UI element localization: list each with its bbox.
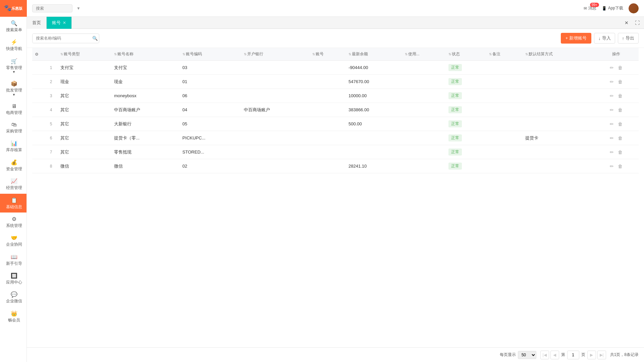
- first-page-button[interactable]: |◀: [540, 351, 549, 359]
- delete-button[interactable]: 🗑: [616, 78, 624, 85]
- edit-button[interactable]: ✏: [608, 163, 615, 170]
- sidebar-item-wholesale-mgmt[interactable]: 📦 批发管理 ▼: [0, 77, 26, 100]
- sidebar-item-basic-info[interactable]: 📋 基础信息: [0, 194, 26, 213]
- edit-button[interactable]: ✏: [608, 64, 615, 71]
- row-settings: [32, 145, 44, 159]
- enterprise-wechat-icon: 💬: [11, 291, 17, 298]
- import-button[interactable]: ↓ 导入: [594, 33, 615, 44]
- sidebar-item-inventory[interactable]: 📊 库存核算: [0, 137, 26, 156]
- sidebar-item-purchase-mgmt[interactable]: 🛍 采购管理: [0, 118, 26, 137]
- sort-icon: ⇅: [405, 52, 408, 56]
- cell-type: 支付宝: [58, 61, 111, 75]
- table-row: 2现金现金01547670.00正常 ✏ 🗑: [32, 75, 639, 89]
- cell-usage: [402, 75, 446, 89]
- app-download-button[interactable]: 📱 App下载: [602, 5, 623, 11]
- row-ops: ✏ 🗑: [594, 131, 639, 145]
- delete-button[interactable]: 🗑: [616, 135, 624, 141]
- tab-close-icon[interactable]: ✕: [63, 20, 66, 25]
- sidebar-item-search-menu[interactable]: 🔍 搜索菜单: [0, 17, 26, 36]
- delete-button[interactable]: 🗑: [616, 93, 624, 99]
- sidebar-item-operations-mgmt[interactable]: 📈 经营管理: [0, 175, 26, 193]
- edit-button[interactable]: ✏: [608, 121, 615, 127]
- col-default_payment[interactable]: ⇅默认结算方式: [523, 48, 594, 61]
- sidebar-item-app-center[interactable]: 🔲 应用中心: [0, 269, 26, 288]
- status-badge: 正常: [448, 64, 462, 71]
- status-badge: 正常: [448, 92, 462, 99]
- delete-button[interactable]: 🗑: [616, 121, 624, 127]
- col-name[interactable]: ⇅账号名称: [111, 48, 180, 61]
- row-ops: ✏ 🗑: [594, 103, 639, 117]
- edit-button[interactable]: ✏: [608, 135, 615, 141]
- cell-usage: [402, 89, 446, 103]
- add-account-button[interactable]: + 新增账号: [561, 33, 591, 44]
- sidebar-item-finance-mgmt[interactable]: 💰 资金管理: [0, 156, 26, 175]
- next-page-button[interactable]: ▶: [587, 351, 596, 359]
- cell-bank: 中百商场账户: [241, 103, 310, 117]
- sidebar-item-retail-mgmt[interactable]: 🛒 零售管理 ▼: [0, 55, 26, 77]
- user-avatar[interactable]: [629, 3, 639, 13]
- col-status[interactable]: ⇅状态: [446, 48, 486, 61]
- tab-expand-button[interactable]: ⛶: [633, 19, 641, 27]
- cell-account: [310, 131, 346, 145]
- sidebar-item-quick-nav[interactable]: ⚡ 快捷导航: [0, 36, 26, 54]
- col-note[interactable]: ⇅备注: [486, 48, 523, 61]
- search-button[interactable]: 🔍: [90, 34, 99, 43]
- cell-bank: [241, 117, 310, 131]
- cell-type: 微信: [58, 159, 111, 173]
- cell-default_payment: [523, 61, 594, 75]
- delete-button[interactable]: 🗑: [616, 163, 624, 170]
- cell-usage: [402, 103, 446, 117]
- messages-button[interactable]: ✉ 消息 99+: [584, 5, 596, 11]
- tab-home[interactable]: 首页: [27, 17, 47, 29]
- page-input[interactable]: [567, 351, 579, 359]
- status-badge: 正常: [448, 163, 462, 170]
- col-bank[interactable]: ⇅开户银行: [241, 48, 310, 61]
- ecom-mgmt-icon: 🖥: [11, 103, 17, 109]
- prev-page-button[interactable]: ◀: [550, 351, 559, 359]
- cell-balance: [346, 131, 402, 145]
- table-row: 5其它大新银行05500.00正常 ✏ 🗑: [32, 117, 639, 131]
- search-input[interactable]: [33, 34, 90, 43]
- export-icon: ↑: [622, 36, 625, 41]
- sidebar-item-ecom-mgmt[interactable]: 🖥 电商管理: [0, 100, 26, 118]
- sidebar-item-enterprise-agreement[interactable]: 🤝 企业协同: [0, 231, 26, 250]
- delete-button[interactable]: 🗑: [616, 149, 624, 156]
- new-guide-icon: 📖: [11, 254, 17, 260]
- edit-button[interactable]: ✏: [608, 107, 615, 113]
- cell-balance: 383866.00: [346, 103, 402, 117]
- edit-button[interactable]: ✏: [608, 149, 615, 156]
- status-badge: 正常: [448, 106, 462, 113]
- logo-subtitle: 乐惠版: [11, 6, 22, 11]
- sidebar-item-label: 快捷导航: [6, 46, 22, 51]
- sidebar-item-label: 系统管理: [6, 223, 22, 228]
- col-usage[interactable]: ⇅使用...: [402, 48, 446, 61]
- export-button[interactable]: ↑ 导出: [618, 33, 639, 44]
- col-type[interactable]: ⇅账号类型: [58, 48, 111, 61]
- cell-default_payment: [523, 103, 594, 117]
- sidebar-item-system-mgmt[interactable]: ⚙ 系统管理: [0, 213, 26, 231]
- sidebar-item-vip-member[interactable]: 👑 畅会员: [0, 307, 26, 326]
- dropdown-arrow-icon[interactable]: ▼: [76, 6, 80, 11]
- cell-code: 06: [180, 89, 241, 103]
- col-balance[interactable]: ⇅最新余额: [346, 48, 402, 61]
- delete-button[interactable]: 🗑: [616, 64, 624, 71]
- col-account[interactable]: ⇅账号: [310, 48, 346, 61]
- top-search-input[interactable]: [32, 4, 72, 12]
- page-suffix: 页: [581, 352, 585, 358]
- col-code[interactable]: ⇅账号编码: [180, 48, 241, 61]
- system-mgmt-icon: ⚙: [12, 216, 16, 222]
- phone-icon: 📱: [602, 6, 607, 11]
- edit-button[interactable]: ✏: [608, 93, 615, 99]
- import-icon: ↓: [598, 36, 601, 41]
- row-settings: [32, 159, 44, 173]
- sidebar-item-new-guide[interactable]: 📖 新手引导: [0, 250, 26, 269]
- per-page-select[interactable]: 50 20 100: [518, 351, 536, 359]
- sidebar-item-enterprise-wechat[interactable]: 💬 企业微信: [0, 288, 26, 307]
- tab-close-all-button[interactable]: ✕: [623, 19, 631, 27]
- last-page-button[interactable]: ▶|: [597, 351, 606, 359]
- status-badge: 正常: [448, 134, 462, 141]
- cell-num: 6: [44, 131, 58, 145]
- edit-button[interactable]: ✏: [608, 78, 615, 85]
- delete-button[interactable]: 🗑: [616, 107, 624, 113]
- tab-account[interactable]: 账号✕: [47, 17, 72, 29]
